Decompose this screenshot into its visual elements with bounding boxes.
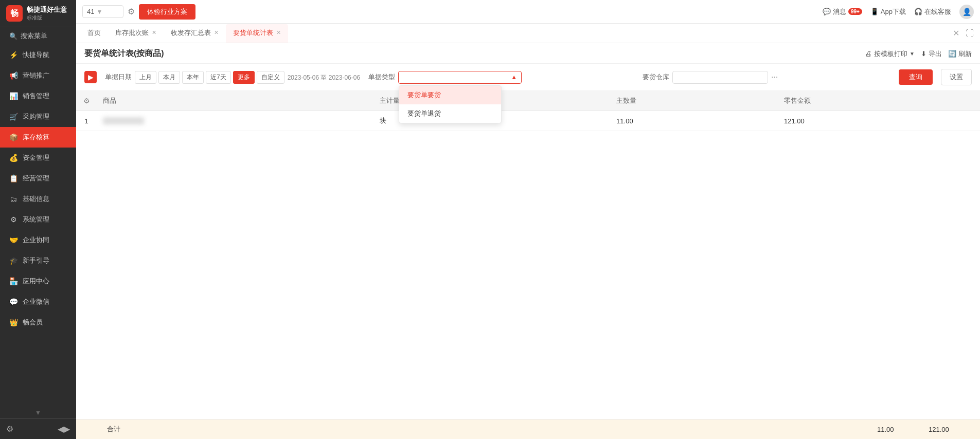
date-btn-prev-month[interactable]: 上月 bbox=[135, 71, 156, 84]
marketing-icon: 📢 bbox=[8, 70, 19, 81]
industry-btn[interactable]: 体验行业方案 bbox=[139, 4, 195, 20]
query-button[interactable]: 查询 bbox=[899, 69, 933, 85]
tab-home[interactable]: 首页 bbox=[80, 24, 108, 43]
print-icon: 🖨 bbox=[865, 50, 872, 58]
tab-inventory-batch[interactable]: 库存批次账 ✕ bbox=[108, 24, 164, 43]
page-header: 要货单统计表(按商品) 🖨 按模板打印 ▼ ⬇ 导出 🔄 刷新 bbox=[76, 43, 980, 64]
tabs-close-all[interactable]: ✕ bbox=[949, 28, 964, 38]
user-icon: 👤 bbox=[963, 8, 971, 16]
main-area: 41 ▼ ⚙ 体验行业方案 💬 消息 99+ 📱 App下载 🎧 在线客服 👤 bbox=[76, 0, 980, 439]
message-badge: 99+ bbox=[848, 8, 862, 15]
sidebar-item-guide[interactable]: 🎓 新手引导 bbox=[0, 250, 76, 271]
operation-icon: 📋 bbox=[8, 173, 19, 184]
type-select[interactable]: ▲ 要货单要货 要货单退货 bbox=[398, 71, 522, 84]
page-title: 要货单统计表(按商品) bbox=[84, 48, 164, 59]
tab-close-inventory-batch[interactable]: ✕ bbox=[152, 29, 156, 36]
vip-icon: 👑 bbox=[8, 317, 19, 327]
topbar-gear-icon[interactable]: ⚙ bbox=[128, 7, 135, 16]
sidebar-item-app-center[interactable]: 🏪 应用中心 bbox=[0, 271, 76, 291]
tab-recv-summary[interactable]: 收发存汇总表 ✕ bbox=[164, 24, 226, 43]
table-footer: 合计 11.00 121.00 bbox=[76, 419, 980, 439]
sidebar-logo: 畅 畅捷通好生意 标准版 bbox=[0, 0, 76, 27]
footer-qty: 11.00 bbox=[871, 426, 922, 433]
app-download-btn[interactable]: 📱 App下载 bbox=[870, 7, 906, 16]
footer-total-label: 合计 bbox=[103, 425, 206, 434]
refresh-btn[interactable]: 🔄 刷新 bbox=[948, 49, 972, 59]
sidebar-item-system[interactable]: ⚙ 系统管理 bbox=[0, 209, 76, 230]
col-header-amount: 零售金额 bbox=[778, 91, 980, 111]
column-settings-icon[interactable]: ⚙ bbox=[83, 97, 90, 105]
mobile-icon: 📱 bbox=[870, 8, 879, 15]
settings-button-filter[interactable]: 设置 bbox=[941, 69, 972, 85]
sidebar-item-basic[interactable]: 🗂 基础信息 bbox=[0, 189, 76, 209]
sidebar-item-marketing[interactable]: 📢 营销推广 bbox=[0, 65, 76, 86]
print-btn[interactable]: 🖨 按模板打印 ▼ bbox=[865, 49, 915, 59]
tab-order-stat[interactable]: 要货单统计表 ✕ bbox=[226, 24, 288, 43]
warehouse-more-icon[interactable]: ··· bbox=[771, 72, 778, 82]
tenant-selector[interactable]: 41 ▼ bbox=[82, 5, 123, 18]
date-btn-more[interactable]: 更多 bbox=[233, 71, 255, 84]
table-body: 1 块 11.00 121.00 bbox=[76, 111, 980, 131]
warehouse-label: 要货仓库 bbox=[643, 72, 669, 82]
tabs-expand-icon[interactable]: ⛶ bbox=[964, 29, 976, 38]
tab-close-recv-summary[interactable]: ✕ bbox=[214, 29, 219, 36]
tabs-bar: 首页 库存批次账 ✕ 收发存汇总表 ✕ 要货单统计表 ✕ ✕ ⛶ bbox=[76, 24, 980, 43]
filter-warehouse-group: 要货仓库 ··· bbox=[643, 71, 778, 84]
type-dropdown: 要货单要货 要货单退货 bbox=[399, 85, 502, 123]
sidebar-item-enterprise[interactable]: 🤝 企业协同 bbox=[0, 230, 76, 250]
filter-date-group: 单据日期 上月 本月 本年 近7天 更多 自定义 2023-05-06 至 20… bbox=[105, 71, 360, 84]
col-header-qty: 主数量 bbox=[610, 91, 778, 111]
table-header: ⚙ 商品 主计量单位 主数量 零售金额 bbox=[76, 91, 980, 111]
sidebar-item-wx-work[interactable]: 💬 企业微信 bbox=[0, 291, 76, 312]
page-panel: 要货单统计表(按商品) 🖨 按模板打印 ▼ ⬇ 导出 🔄 刷新 bbox=[76, 43, 980, 439]
filter-bar: ▶ 单据日期 上月 本月 本年 近7天 更多 自定义 2023-05-06 至 … bbox=[76, 64, 980, 91]
export-icon: ⬇ bbox=[921, 50, 926, 58]
message-icon: 💬 bbox=[823, 8, 831, 15]
col-header-product: 商品 bbox=[97, 91, 373, 111]
settings-button[interactable]: ⚙ bbox=[6, 424, 13, 434]
purchase-icon: 🛒 bbox=[8, 112, 19, 122]
warehouse-input[interactable] bbox=[672, 71, 768, 84]
print-dropdown-icon: ▼ bbox=[910, 51, 915, 57]
logo-icon: 畅 bbox=[6, 5, 23, 22]
sidebar-item-finance[interactable]: 💰 资金管理 bbox=[0, 148, 76, 168]
online-service-btn[interactable]: 🎧 在线客服 bbox=[914, 7, 951, 16]
export-btn[interactable]: ⬇ 导出 bbox=[921, 49, 942, 59]
sidebar-item-operation[interactable]: 📋 经营管理 bbox=[0, 168, 76, 189]
date-buttons: 上月 本月 本年 近7天 更多 自定义 bbox=[135, 71, 284, 84]
date-btn-7days[interactable]: 近7天 bbox=[206, 71, 231, 84]
filter-type-group: 单据类型 ▲ 要货单要货 要货单退货 bbox=[368, 71, 522, 84]
filter-expand-btn[interactable]: ▶ bbox=[84, 71, 97, 83]
guide-icon: 🎓 bbox=[8, 255, 19, 266]
dropdown-item-return[interactable]: 要货单退货 bbox=[399, 104, 501, 123]
dropdown-item-order[interactable]: 要货单要货 bbox=[399, 86, 501, 104]
sidebar-item-sales[interactable]: 📊 销售管理 bbox=[0, 86, 76, 106]
system-icon: ⚙ bbox=[8, 214, 19, 225]
avatar[interactable]: 👤 bbox=[959, 5, 974, 19]
refresh-icon: 🔄 bbox=[948, 50, 956, 58]
sidebar: 畅 畅捷通好生意 标准版 🔍 搜索菜单 ⚡ 快捷导航 📢 营销推广 📊 销售管理… bbox=[0, 0, 76, 439]
chevron-up-icon: ▲ bbox=[511, 74, 517, 81]
sidebar-scroll-down[interactable]: ▼ bbox=[0, 407, 76, 418]
headset-icon: 🎧 bbox=[914, 8, 922, 15]
date-btn-this-year[interactable]: 本年 bbox=[182, 71, 204, 84]
message-btn[interactable]: 💬 消息 99+ bbox=[823, 7, 862, 16]
sidebar-search[interactable]: 🔍 搜索菜单 bbox=[0, 27, 76, 45]
tab-close-order-stat[interactable]: ✕ bbox=[276, 29, 281, 36]
sales-icon: 📊 bbox=[8, 91, 19, 101]
date-btn-this-month[interactable]: 本月 bbox=[158, 71, 180, 84]
quick-nav-icon: ⚡ bbox=[8, 50, 19, 60]
sidebar-item-purchase[interactable]: 🛒 采购管理 bbox=[0, 106, 76, 127]
finance-icon: 💰 bbox=[8, 153, 19, 163]
page-actions: 🖨 按模板打印 ▼ ⬇ 导出 🔄 刷新 bbox=[865, 49, 972, 59]
sidebar-item-vip[interactable]: 👑 畅会员 bbox=[0, 312, 76, 333]
collapse-button[interactable]: ◀▶ bbox=[58, 424, 70, 434]
enterprise-icon: 🤝 bbox=[8, 235, 19, 245]
sidebar-footer: ⚙ ◀▶ bbox=[0, 418, 76, 439]
footer-amount: 121.00 bbox=[922, 426, 974, 433]
sidebar-item-quick-nav[interactable]: ⚡ 快捷导航 bbox=[0, 45, 76, 65]
sidebar-item-inventory[interactable]: 📦 库存核算 bbox=[0, 127, 76, 148]
data-table: ⚙ 商品 主计量单位 主数量 零售金额 1 bbox=[76, 91, 980, 131]
topbar-left: 41 ▼ ⚙ 体验行业方案 bbox=[82, 4, 195, 20]
date-btn-custom[interactable]: 自定义 bbox=[257, 71, 284, 84]
